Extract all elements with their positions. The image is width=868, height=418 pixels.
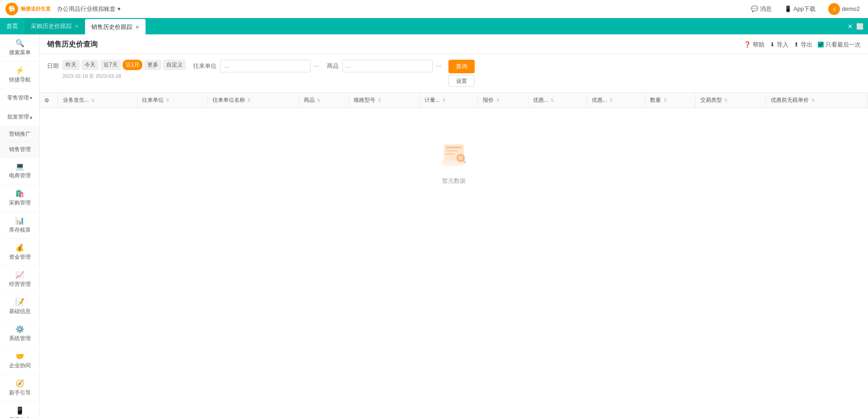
col-partner[interactable]: 往来单位 ⇅ xyxy=(137,93,208,108)
workspace-dropdown-icon: ▾ xyxy=(118,5,121,12)
sidebar-item-ecommerce[interactable]: 💻 电商管理 xyxy=(0,157,39,185)
marketing-label: 营销推广 xyxy=(9,131,31,137)
sidebar: 🔍 搜索菜单 ⚡ 快捷导航 零售管理 ▾ 批发管理 ▴ 营销推广 销售管理 💻 … xyxy=(0,34,40,418)
sidebar-item-enterprise[interactable]: 🤝 企业协同 xyxy=(0,347,39,375)
app-download-button[interactable]: 📱 App下载 xyxy=(782,4,818,14)
message-button[interactable]: 💬 消息 xyxy=(748,4,774,14)
tab-sales-history[interactable]: 销售历史价跟踪 ✕ xyxy=(85,19,146,34)
col-goods[interactable]: 商品 ⇅ xyxy=(299,93,349,108)
only-last-checkbox[interactable]: 只看最后一次 xyxy=(818,41,861,49)
help-button[interactable]: ❓ 帮助 xyxy=(744,41,764,49)
message-label: 消息 xyxy=(760,5,772,13)
sidebar-item-quicknav[interactable]: ⚡ 快捷导航 xyxy=(0,62,39,89)
tab-close-all-icon[interactable]: ✕ xyxy=(848,23,853,30)
date-btn-more[interactable]: 更多 xyxy=(144,60,161,70)
sidebar-item-guide[interactable]: 🧭 新手引导 xyxy=(0,375,39,402)
col-unit[interactable]: 计量... ⇅ xyxy=(420,93,478,108)
data-table: ⚙ 业务发生... ⇅ 往来单位 ⇅ 往来单位名称 xyxy=(40,93,868,108)
help-icon: ❓ xyxy=(744,41,751,48)
sidebar-item-finance[interactable]: 💰 资金管理 xyxy=(0,239,39,266)
date-btn-today[interactable]: 今天 xyxy=(81,60,99,70)
sort-business-date-icon: ⇅ xyxy=(91,98,95,103)
user-menu[interactable]: d demo2 xyxy=(826,2,863,16)
apps-label: 应用中心 xyxy=(9,416,31,418)
date-btn-7days[interactable]: 近7天 xyxy=(100,60,121,70)
top-header: 畅 畅捷送好生意 办公用品行业模拟账套 ▾ 💬 消息 📱 App下载 d dem… xyxy=(0,0,868,18)
partner-select-icon[interactable]: ··· xyxy=(313,62,319,70)
purchase-history-label: 采购历史价跟踪 xyxy=(31,22,72,30)
col-trade-type-label: 交易类型 xyxy=(700,97,722,103)
date-btn-1month[interactable]: 近1月 xyxy=(123,60,143,70)
col-qty[interactable]: 数量 ⇅ xyxy=(646,93,696,108)
export-button[interactable]: ⬆ 导出 xyxy=(794,41,812,49)
search-icon: 🔍 xyxy=(15,39,24,48)
retail-label: 零售管理 xyxy=(7,94,29,102)
sidebar-item-system[interactable]: ⚙️ 系统管理 xyxy=(0,320,39,347)
sidebar-item-apps[interactable]: 📱 应用中心 xyxy=(0,402,39,418)
tab-purchase-history[interactable]: 采购历史价跟踪 ✕ xyxy=(24,18,85,34)
date-range-text: 2023-02-18 至 2023-03-18 xyxy=(62,73,186,80)
col-spec[interactable]: 规格型号 ⇅ xyxy=(349,93,420,108)
sidebar-item-basic-info[interactable]: 📝 基础信息 xyxy=(0,293,39,320)
sidebar-item-sales-mgmt[interactable]: 销售管理 xyxy=(0,142,39,157)
col-business-date[interactable]: 业务发生... ⇅ xyxy=(58,93,137,108)
col-settings-icon[interactable]: ⚙ xyxy=(44,97,49,104)
ecommerce-label: 电商管理 xyxy=(9,172,31,180)
partner-input[interactable] xyxy=(220,60,311,72)
col-price-before-discount-label: 优惠前无税单价 xyxy=(771,97,809,103)
col-discount2[interactable]: 优惠... ⇅ xyxy=(587,93,646,108)
col-qty-label: 数量 xyxy=(650,97,661,103)
col-partner-name[interactable]: 往来单位名称 ⇅ xyxy=(208,93,299,108)
sidebar-item-wholesale[interactable]: 批发管理 ▴ xyxy=(0,108,39,127)
empty-text: 暂元数据 xyxy=(442,177,466,185)
only-last-label: 只看最后一次 xyxy=(826,41,861,49)
col-price-before-discount[interactable]: 优惠前无税单价 ⇅ xyxy=(766,93,868,108)
col-goods-label: 商品 xyxy=(304,97,315,103)
sort-unit-icon: ⇅ xyxy=(442,98,446,103)
sort-quote-icon: ⇅ xyxy=(496,98,500,103)
sidebar-item-operations[interactable]: 📈 经营管理 xyxy=(0,266,39,293)
import-icon: ⬇ xyxy=(770,41,775,48)
only-last-input[interactable] xyxy=(818,42,824,48)
sidebar-item-search[interactable]: 🔍 搜索菜单 xyxy=(0,34,39,62)
sidebar-item-marketing[interactable]: 营销推广 xyxy=(0,127,39,142)
sales-history-label: 销售历史价跟踪 xyxy=(91,23,132,31)
content-area: 销售历史价查询 ❓ 帮助 ⬇ 导入 ⬆ 导出 xyxy=(40,34,868,418)
col-settings[interactable]: ⚙ xyxy=(40,93,58,108)
sidebar-item-retail[interactable]: 零售管理 ▾ xyxy=(0,89,39,108)
col-discount1[interactable]: 优惠... ⇅ xyxy=(528,93,587,108)
date-btn-yesterday[interactable]: 昨天 xyxy=(62,60,80,70)
guide-label: 新手引导 xyxy=(9,389,31,397)
tab-sales-close-icon[interactable]: ✕ xyxy=(135,24,139,30)
col-trade-type[interactable]: 交易类型 ⇅ xyxy=(696,93,766,108)
date-btn-custom[interactable]: 自定义 xyxy=(163,60,186,70)
purchase-label: 采购管理 xyxy=(9,199,31,207)
goods-select-icon[interactable]: ··· xyxy=(435,62,441,70)
search-button[interactable]: 查询 xyxy=(448,60,475,73)
col-quote[interactable]: 报价 ⇅ xyxy=(478,93,528,108)
sales-mgmt-label: 销售管理 xyxy=(9,146,31,152)
logo-text: 畅捷送好生意 xyxy=(21,6,51,12)
tab-actions: ✕ ⬜ xyxy=(843,23,868,30)
logo-icon: 畅 xyxy=(5,3,18,15)
col-discount1-label: 优惠... xyxy=(533,97,548,103)
settings-button[interactable]: 设置 xyxy=(448,75,475,87)
tab-home[interactable]: 首页 xyxy=(0,18,24,34)
empty-state: 暂元数据 xyxy=(40,108,868,212)
finance-label: 资金管理 xyxy=(9,253,31,261)
sidebar-item-purchase[interactable]: 🛍️ 采购管理 xyxy=(0,185,39,212)
table-header: ⚙ 业务发生... ⇅ 往来单位 ⇅ 往来单位名称 xyxy=(40,93,868,108)
tab-purchase-close-icon[interactable]: ✕ xyxy=(75,24,79,29)
tab-maximize-icon[interactable]: ⬜ xyxy=(856,23,863,30)
basic-info-label: 基础信息 xyxy=(9,308,31,315)
wholesale-arrow-icon: ▴ xyxy=(30,114,32,119)
goods-filter-field: ··· xyxy=(342,60,441,72)
export-icon: ⬆ xyxy=(794,41,799,48)
goods-input[interactable] xyxy=(342,60,433,72)
workspace-selector[interactable]: 办公用品行业模拟账套 ▾ xyxy=(54,4,123,14)
sidebar-search-label: 搜索菜单 xyxy=(9,49,31,57)
export-label: 导出 xyxy=(801,41,812,49)
sidebar-item-inventory[interactable]: 📊 库存核算 xyxy=(0,212,39,239)
logo-area: 畅 畅捷送好生意 xyxy=(5,3,51,15)
import-button[interactable]: ⬇ 导入 xyxy=(770,41,788,49)
